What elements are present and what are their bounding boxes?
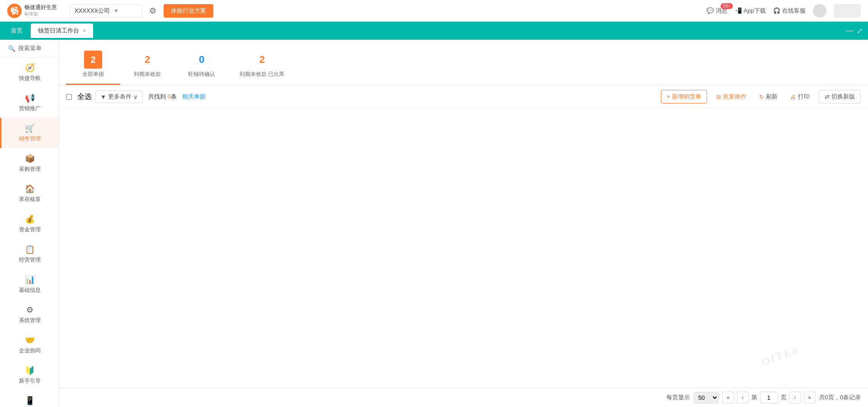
sidebar-item-app-center[interactable]: 📱 应用中心 xyxy=(0,390,58,407)
experience-button[interactable]: 体验行业方案 xyxy=(164,4,213,18)
tab-minimize-icon[interactable]: — xyxy=(846,27,853,35)
basic-info-icon: 📊 xyxy=(25,275,35,285)
sidebar-label-operations: 经营管理 xyxy=(19,256,41,264)
sidebar-label-cooperation: 企业协同 xyxy=(19,347,41,355)
refresh-button[interactable]: ↻ 刷新 xyxy=(755,91,781,103)
filter-arrow-icon: ∨ xyxy=(133,94,138,100)
company-name: XXXXXX公司 xyxy=(75,7,110,15)
page-label: 第 xyxy=(751,393,757,402)
sidebar-label-finance: 资金管理 xyxy=(19,226,41,234)
stats-tabs: 2 全部单据 2 到期未收款 0 旺铺待确认 2 到期未收款 已出库 xyxy=(59,40,868,85)
table-area xyxy=(59,108,868,388)
refresh-label: 刷新 xyxy=(766,93,778,101)
app-center-icon: 📱 xyxy=(25,396,35,406)
service-icon: 🎧 xyxy=(773,7,780,14)
content-inner: 2 全部单据 2 到期未收款 0 旺铺待确认 2 到期未收款 已出库 xyxy=(59,40,868,407)
message-button[interactable]: 💬 消息 99+ xyxy=(707,7,727,15)
app-download-button[interactable]: 📲 App下载 xyxy=(735,7,766,15)
stat-tab-all[interactable]: 2 全部单据 xyxy=(66,47,120,85)
sidebar-item-cooperation[interactable]: 🤝 企业协同 xyxy=(0,330,58,360)
tab-workbench[interactable]: 钱货日清工作台 × xyxy=(31,23,93,38)
switch-version-button[interactable]: ⇄ 切换新版 xyxy=(819,90,861,103)
stat-label-all: 全部单据 xyxy=(82,70,104,78)
sidebar-item-quick-nav[interactable]: 🧭 快捷导航 xyxy=(0,57,58,88)
sidebar-item-guide[interactable]: 🔰 新手引导 xyxy=(0,360,58,390)
logo-area: 畅 畅捷通好生意 标准版 xyxy=(7,4,66,18)
pagination: « ‹ 第 页 › » xyxy=(722,392,816,403)
stat-tab-overdue[interactable]: 2 到期未收款 xyxy=(120,47,175,85)
prev-page-button[interactable]: ‹ xyxy=(737,392,749,403)
company-selector[interactable]: XXXXXX公司 ▼ xyxy=(70,4,142,18)
tab-close-icon[interactable]: × xyxy=(83,28,86,34)
stat-label-shipped: 到期未收款 已出库 xyxy=(240,70,284,78)
top-right-area: 💬 消息 99+ 📲 App下载 🎧 在线客服 xyxy=(707,4,861,18)
sidebar-item-operations[interactable]: 📋 经营管理 xyxy=(0,239,58,269)
stat-label-pending: 旺铺待确认 xyxy=(188,70,215,78)
sidebar-label-basic-info: 基础信息 xyxy=(19,286,41,294)
sidebar-label-marketing: 营销推广 xyxy=(19,105,41,112)
sidebar: 🔍 搜索菜单 🧭 快捷导航 📢 营销推广 🛒 销售管理 📦 采购管理 🏠 库存核… xyxy=(0,40,59,407)
sidebar-label-inventory: 库存核算 xyxy=(19,196,41,203)
sales-icon: 🛒 xyxy=(25,123,35,133)
sidebar-label-quick-nav: 快捷导航 xyxy=(19,75,41,82)
page-of-label: 页 xyxy=(781,393,787,402)
tab-maximize-icon[interactable]: ⤢ xyxy=(857,27,863,35)
found-text: 共找到 0条 xyxy=(148,93,177,101)
page-size-select[interactable]: 10 20 50 100 xyxy=(693,392,719,403)
page-size-label: 每页显示 xyxy=(666,393,690,402)
filter-icon: ▼ xyxy=(100,94,106,100)
logo-name: 畅捷通好生意 xyxy=(24,4,57,11)
last-page-button[interactable]: » xyxy=(804,392,816,403)
sidebar-item-sales[interactable]: 🛒 销售管理 xyxy=(0,118,58,148)
online-service-button[interactable]: 🎧 在线客服 xyxy=(773,7,806,15)
sidebar-item-finance[interactable]: 💰 资金管理 xyxy=(0,209,58,239)
tab-home[interactable]: 首页 xyxy=(4,23,30,38)
found-count: 0 xyxy=(168,93,171,100)
avatar[interactable] xyxy=(813,4,826,18)
total-records: 共0页，0条记录 xyxy=(819,393,861,402)
switch-icon: ⇄ xyxy=(825,94,830,100)
search-menu-label: 搜索菜单 xyxy=(18,44,42,52)
download-icon: 📲 xyxy=(735,7,742,14)
next-page-button[interactable]: › xyxy=(789,392,801,403)
message-icon: 💬 xyxy=(707,7,714,14)
stat-tab-shipped[interactable]: 2 到期未收款 已出库 xyxy=(229,47,295,85)
switch-label: 切换新版 xyxy=(831,93,855,101)
search-icon: 🔍 xyxy=(8,45,15,52)
toolbar-right: + 新增销货单 ⊞ 批量操作 ↻ 刷新 🖨 打印 ⇄ xyxy=(661,90,861,103)
stat-tab-pending[interactable]: 0 旺铺待确认 xyxy=(175,47,229,85)
tab-bar: 首页 钱货日清工作台 × — ⤢ xyxy=(0,22,868,40)
filter-button[interactable]: ▼ 更多条件 ∨ xyxy=(95,90,143,103)
batch-button[interactable]: ⊞ 批量操作 xyxy=(712,91,750,103)
finance-icon: 💰 xyxy=(25,214,35,224)
sidebar-item-inventory[interactable]: 🏠 库存核算 xyxy=(0,178,58,209)
stat-count-all: 2 xyxy=(84,51,102,69)
page-number-input[interactable] xyxy=(760,392,778,403)
select-all-checkbox[interactable] xyxy=(66,94,72,100)
message-badge: 99+ xyxy=(721,3,733,9)
print-button[interactable]: 🖨 打印 xyxy=(787,91,813,103)
first-page-button[interactable]: « xyxy=(722,392,734,403)
sidebar-item-basic-info[interactable]: 📊 基础信息 xyxy=(0,269,58,299)
top-bar: 畅 畅捷通好生意 标准版 XXXXXX公司 ▼ ⚙ 体验行业方案 💬 消息 99… xyxy=(0,0,868,22)
search-menu-button[interactable]: 🔍 搜索菜单 xyxy=(0,40,58,57)
logo-icon: 畅 xyxy=(7,4,22,18)
print-icon: 🖨 xyxy=(790,94,796,100)
sidebar-item-purchase[interactable]: 📦 采购管理 xyxy=(0,148,58,178)
main-layout: 🔍 搜索菜单 🧭 快捷导航 📢 营销推广 🛒 销售管理 📦 采购管理 🏠 库存核… xyxy=(0,40,868,407)
select-all-label: 全选 xyxy=(77,92,92,102)
new-order-button[interactable]: + 新增销货单 xyxy=(661,90,707,103)
batch-label: 批量操作 xyxy=(723,93,746,101)
system-icon: ⚙ xyxy=(26,305,33,315)
related-label[interactable]: 相关单据 xyxy=(182,93,206,101)
sidebar-label-sales: 销售管理 xyxy=(19,135,41,143)
dropdown-arrow-icon: ▼ xyxy=(113,8,119,14)
toolbar: 全选 ▼ 更多条件 ∨ 共找到 0条 相关单据 + 新增销货单 ⊞ 批量操作 xyxy=(59,85,868,108)
tab-actions: — ⤢ xyxy=(846,27,868,35)
sidebar-item-system[interactable]: ⚙ 系统管理 xyxy=(0,299,58,330)
sidebar-label-purchase: 采购管理 xyxy=(19,165,41,173)
filter-label: 更多条件 xyxy=(108,93,132,101)
user-name-area[interactable] xyxy=(834,4,861,18)
settings-button[interactable]: ⚙ xyxy=(146,4,160,18)
sidebar-item-marketing[interactable]: 📢 营销推广 xyxy=(0,88,58,118)
